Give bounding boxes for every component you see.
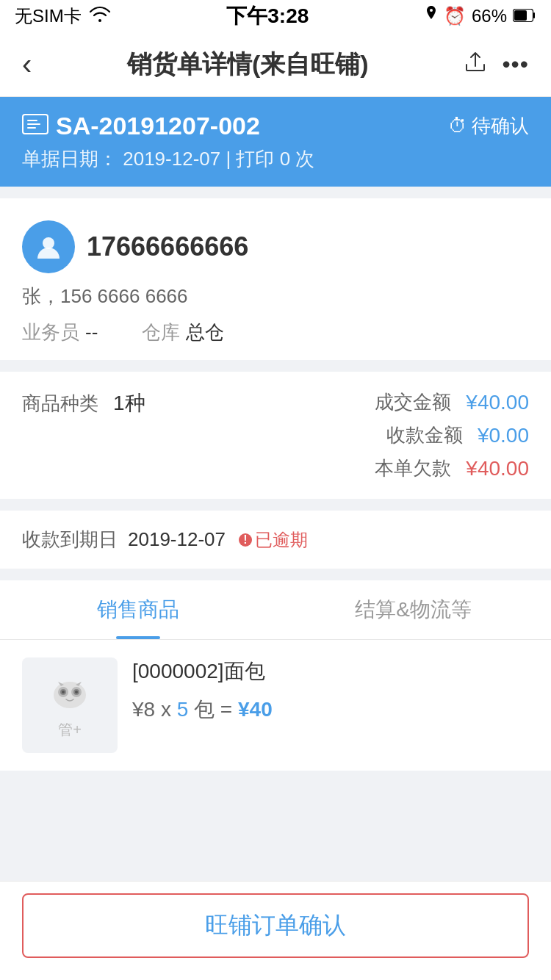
- nav-bar: ‹ 销货单详情(来自旺铺) •••: [0, 32, 551, 97]
- tab-products-label: 销售商品: [97, 596, 179, 624]
- amounts-right: 成交金额 ¥40.00 收款金额 ¥0.00 本单欠款 ¥40.00: [375, 389, 529, 481]
- customer-row1: 17666666666: [22, 220, 529, 273]
- tab-underline: [116, 636, 160, 639]
- status-bar-right: ⏰ 66%: [425, 6, 536, 26]
- deal-amount-value: ¥40.00: [466, 391, 529, 414]
- location-icon: [425, 6, 438, 26]
- customer-card: 17666666666 张，156 6666 6666 业务员 -- 仓库 总仓: [0, 198, 551, 360]
- svg-point-4: [54, 682, 86, 708]
- product-multiply: x: [161, 698, 177, 721]
- product-price-row: ¥8 x 5 包 = ¥40: [132, 696, 529, 724]
- product-info: [0000002]面包 ¥8 x 5 包 = ¥40: [132, 657, 529, 724]
- order-date-value: 2019-12-07: [123, 148, 220, 170]
- order-print-info: | 打印 0 次: [226, 148, 314, 170]
- bottom-button-container: 旺铺订单确认: [0, 881, 551, 980]
- back-button[interactable]: ‹: [22, 48, 32, 81]
- status-bar: 无SIM卡 下午3:28 ⏰ 66%: [0, 0, 551, 32]
- order-date-row: 单据日期： 2019-12-07 | 打印 0 次: [22, 146, 529, 172]
- nav-actions: •••: [464, 50, 529, 79]
- overdue-badge: ! 已逾期: [239, 528, 308, 552]
- product-logo-text: 管+: [58, 720, 82, 740]
- product-image-inner: 管+: [22, 657, 118, 753]
- warehouse-item: 仓库 总仓: [142, 320, 224, 345]
- svg-rect-1: [514, 10, 527, 21]
- amounts-card: 商品种类 1种 成交金额 ¥40.00 收款金额 ¥0.00 本单欠款 ¥40.…: [0, 372, 551, 499]
- more-icon[interactable]: •••: [502, 51, 529, 78]
- product-total: ¥40: [238, 698, 273, 721]
- svg-point-9: [62, 691, 65, 693]
- battery-text: 66%: [472, 6, 507, 26]
- customer-phone[interactable]: 17666666666: [87, 231, 248, 262]
- order-id: SA-20191207-002: [22, 112, 260, 140]
- product-equals: =: [220, 698, 238, 721]
- order-header-row1: SA-20191207-002 ⏱ 待确认: [22, 112, 529, 140]
- tab-settlement-label: 结算&物流等: [355, 596, 472, 624]
- owed-amount-label: 本单欠款: [375, 455, 451, 481]
- product-unit: 包: [194, 698, 215, 721]
- order-icon: [22, 112, 48, 140]
- due-date-value: 2019-12-07: [128, 528, 226, 551]
- svg-point-3: [43, 237, 54, 249]
- salesman-label: 业务员: [22, 320, 79, 345]
- product-name[interactable]: [0000002]面包: [132, 657, 529, 685]
- product-qty: 5: [177, 698, 189, 721]
- deal-amount-row: 成交金额 ¥40.00: [375, 389, 529, 415]
- amounts-left: 商品种类 1种: [22, 389, 145, 417]
- tab-bar: 销售商品 结算&物流等: [0, 580, 551, 640]
- customer-avatar: [22, 220, 75, 273]
- product-unit-price: ¥8: [132, 698, 155, 721]
- customer-meta: 业务员 -- 仓库 总仓: [22, 320, 529, 345]
- customer-name-phone: 张，156 6666 6666: [22, 284, 529, 309]
- product-image: 管+: [22, 657, 118, 753]
- status-bar-left: 无SIM卡: [15, 4, 111, 28]
- clock-icon: ⏱: [448, 115, 467, 137]
- overdue-dot-icon: !: [239, 533, 252, 547]
- tab-products[interactable]: 销售商品: [0, 580, 276, 639]
- status-bar-time: 下午3:28: [226, 2, 309, 30]
- product-type-value: 1种: [113, 389, 145, 417]
- product-list: 管+ [0000002]面包 ¥8 x 5 包 = ¥40: [0, 640, 551, 771]
- owed-amount-value: ¥40.00: [466, 457, 529, 480]
- owed-amount-row: 本单欠款 ¥40.00: [375, 455, 529, 481]
- receipt-amount-row: 收款金额 ¥0.00: [386, 422, 529, 448]
- salesman-value: --: [85, 321, 98, 344]
- svg-point-10: [75, 691, 78, 693]
- tab-settlement[interactable]: 结算&物流等: [276, 580, 551, 639]
- page-title: 销货单详情(来自旺铺): [32, 48, 464, 82]
- receipt-amount-label: 收款金额: [386, 422, 463, 448]
- deal-amount-label: 成交金额: [375, 389, 451, 415]
- order-header-card: SA-20191207-002 ⏱ 待确认 单据日期： 2019-12-07 |…: [0, 97, 551, 187]
- wifi-icon: [89, 6, 111, 26]
- share-icon[interactable]: [464, 50, 487, 79]
- due-date-card: 收款到期日 2019-12-07 ! 已逾期: [0, 511, 551, 569]
- warehouse-value: 总仓: [186, 320, 224, 345]
- product-type-label: 商品种类: [22, 391, 98, 417]
- confirm-order-button[interactable]: 旺铺订单确认: [22, 893, 529, 958]
- due-date-label: 收款到期日: [22, 527, 118, 552]
- salesman-item: 业务员 --: [22, 320, 98, 345]
- order-status: ⏱ 待确认: [448, 113, 529, 139]
- overdue-text: 已逾期: [255, 528, 308, 552]
- receipt-amount-value: ¥0.00: [478, 424, 529, 447]
- warehouse-label: 仓库: [142, 320, 180, 345]
- battery-icon: [513, 6, 536, 26]
- alarm-icon: ⏰: [444, 6, 466, 26]
- order-date-label: 单据日期：: [22, 148, 118, 170]
- carrier-text: 无SIM卡: [15, 4, 82, 28]
